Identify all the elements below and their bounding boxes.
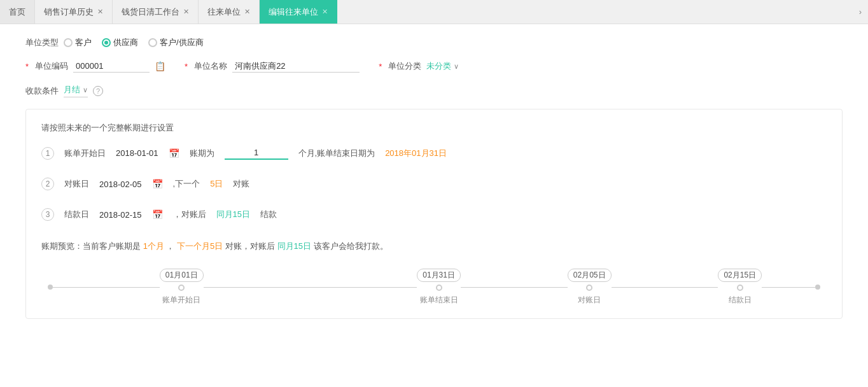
node-3-label-bottom: 对账日 [578,295,601,306]
help-icon[interactable]: ? [93,86,103,96]
node-1-dot [178,285,185,291]
prefix-2: ,下一个 [173,178,200,190]
tab-partner-label: 往来单位 [207,6,241,18]
timeline-end-dot [815,285,820,290]
radio-circle-customer [64,38,73,47]
timeline-line-5 [762,287,815,288]
node-4-label-top: 02月15日 [718,269,762,282]
radio-customer-label: 客户 [75,37,92,48]
code-label: 单位编码 [35,60,68,72]
timeline-line-1 [53,287,160,288]
radio-both[interactable]: 客户/供应商 [148,37,204,48]
mid-text-1: 账期为 [190,148,214,159]
date-value-2: 2018-02-05 [99,179,142,189]
node-3-dot [586,285,592,291]
radio-supplier[interactable]: 供应商 [102,37,138,48]
date-value-1: 2018-01-01 [116,148,158,158]
preview-suffix: 该客户会给我打款。 [314,241,388,251]
timeline-line-3 [461,287,568,288]
calendar-icon-3[interactable]: 📅 [152,209,163,220]
payment-group: 收款条件 月结 ∨ ? [25,84,103,97]
category-chevron-icon: ∨ [454,62,459,71]
setting-row-3: 3 结款日 2018-02-15 📅 ，对账后 同月15日 结款 [41,208,827,221]
close-icon[interactable]: ✕ [322,8,328,16]
preview-text: 账期预览：当前客户账期是 1个月 ， 下一个月5日 对账，对账后 同月15日 该… [41,239,827,253]
timeline-node-3: 02月05日 对账日 [568,269,612,306]
settings-card: 请按照未来的一个完整帐期进行设置 1 账单开始日 2018-01-01 📅 账期… [25,109,843,319]
unit-type-group: 单位类型 客户 供应商 客户/供应商 [25,37,204,48]
timeline-node-4: 02月15日 结款日 [718,269,762,306]
category-value: 未分类 [426,60,451,72]
tab-bar: 首页 销售订单历史 ✕ 钱货日清工作台 ✕ 往来单位 ✕ 编辑往来单位 ✕ › [0,0,868,24]
code-required: * [25,62,29,71]
category-group: * 单位分类 未分类 ∨ [379,60,503,72]
tab-partner[interactable]: 往来单位 ✕ [199,0,260,24]
field-label-2: 对账日 [64,178,89,190]
radio-supplier-label: 供应商 [113,37,138,48]
calendar-icon-1[interactable]: 📅 [169,148,179,158]
tab-cash-daily[interactable]: 钱货日清工作台 ✕ [113,0,199,24]
node-4-dot [737,285,743,291]
name-group: * 单位名称 [185,60,360,73]
radio-circle-both [148,38,157,47]
period-input[interactable] [225,146,288,160]
code-input[interactable] [73,60,150,73]
timeline-node-1: 01月01日 账单开始日 [160,269,204,306]
calendar-icon-2[interactable]: 📅 [152,179,163,189]
highlight-1: 2018年01月31日 [385,148,447,159]
timeline-start-dot [48,285,53,290]
radio-circle-supplier [102,38,111,47]
preview-prefix: 账期预览：当前客户账期是 [41,241,141,251]
highlight-3: 同月15日 [216,209,250,220]
suffix-2: 对账 [233,178,249,190]
setting-row-1: 1 账单开始日 2018-01-01 📅 账期为 个月,账单结束日期为 2018… [41,146,827,160]
radio-both-label: 客户/供应商 [160,37,204,48]
tab-cash-daily-label: 钱货日清工作台 [122,6,179,18]
payment-label: 收款条件 [25,85,59,97]
node-2-dot [436,285,442,291]
row-num-3: 3 [41,208,54,221]
chevron-right-icon: › [859,7,862,17]
field-label-1: 账单开始日 [64,148,106,159]
unit-type-row: 单位类型 客户 供应商 客户/供应商 [25,37,843,48]
node-1-label-bottom: 账单开始日 [162,295,200,306]
prefix-3: ，对账后 [173,209,206,220]
tab-sales-history[interactable]: 销售订单历史 ✕ [35,0,113,24]
node-1-label-top: 01月01日 [160,269,204,282]
close-icon[interactable]: ✕ [183,8,189,16]
code-name-row: * 单位编码 📋 * 单位名称 * 单位分类 未分类 ∨ [25,60,843,73]
node-3-label-top: 02月05日 [568,269,612,282]
timeline-line-4 [612,287,718,288]
category-select[interactable]: 未分类 ∨ [426,60,503,72]
tab-more-button[interactable]: › [853,0,868,24]
preview-part1: 1个月 [143,241,164,251]
setting-row-2: 2 对账日 2018-02-05 📅 ,下一个 5日 对账 [41,178,827,190]
unit-type-label: 单位类型 [25,37,59,48]
highlight-2: 5日 [210,178,223,190]
preview-sep1: ， [166,241,174,251]
main-content: 单位类型 客户 供应商 客户/供应商 * 单位编码 [0,24,868,387]
tab-edit-partner-label: 编辑往来单位 [269,6,318,18]
tab-home[interactable]: 首页 [0,0,35,24]
row-num-2: 2 [41,178,54,190]
close-icon[interactable]: ✕ [244,8,250,16]
card-hint: 请按照未来的一个完整帐期进行设置 [41,122,827,134]
radio-customer[interactable]: 客户 [64,37,92,48]
copy-icon[interactable]: 📋 [155,61,165,71]
payment-chevron-icon: ∨ [83,86,88,94]
preview-part2: 下一个月5日 [177,241,223,251]
code-group: * 单位编码 📋 [25,60,165,73]
close-icon[interactable]: ✕ [97,8,103,16]
preview-sep2: 对账，对账后 [225,241,275,251]
name-label: 单位名称 [194,60,227,72]
category-required: * [379,62,382,71]
node-2-label-bottom: 账单结束日 [420,295,458,306]
preview-section: 账期预览：当前客户账期是 1个月 ， 下一个月5日 对账，对账后 同月15日 该… [41,239,827,306]
payment-row: 收款条件 月结 ∨ ? [25,84,843,97]
name-input[interactable] [232,60,360,73]
name-required: * [185,62,188,71]
tab-edit-partner[interactable]: 编辑往来单位 ✕ [260,0,337,24]
node-4-label-bottom: 结款日 [729,295,752,306]
row-num-1: 1 [41,147,54,160]
payment-select[interactable]: 月结 ∨ [64,84,88,97]
